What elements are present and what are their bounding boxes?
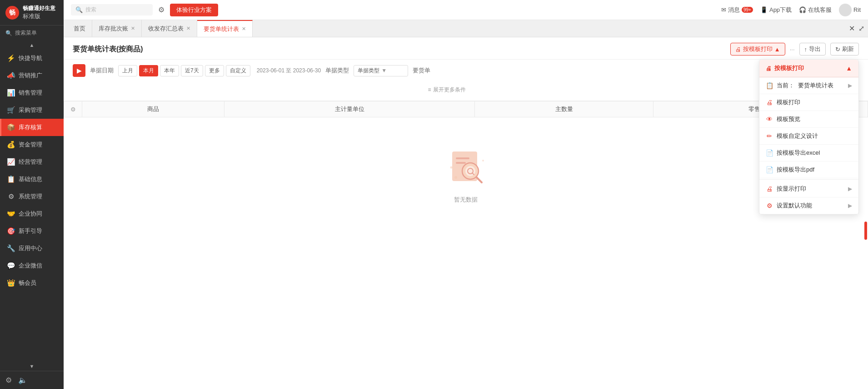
- dropdown-close-icon[interactable]: ▲: [846, 65, 852, 72]
- app-name-text: 畅赚通好生意 标准版: [23, 5, 55, 20]
- sidebar-logo: 畅 畅赚通好生意 标准版: [0, 0, 64, 25]
- right-scrollbar[interactable]: [864, 212, 867, 249]
- sales-icon: 📊: [7, 89, 15, 97]
- order-type-select[interactable]: 单据类型 ▼: [354, 65, 408, 76]
- enterprise-wx-icon: 💬: [7, 262, 15, 270]
- filter-row-1: ▶ 单据日期 上月 本月 本年 近7天 更多 自定义 2023-06-01 至 …: [73, 64, 859, 77]
- dropdown-divider: [759, 179, 858, 180]
- template-print-icon: 🖨: [766, 99, 773, 106]
- settings-bottom-icon[interactable]: ⚙: [5, 376, 12, 384]
- dropdown-current-template[interactable]: 📋 当前： 要货单统计表 ▶: [759, 77, 858, 94]
- expand-more-btn[interactable]: ≡ 展开更多条件: [428, 86, 465, 94]
- sidebar-item-purchase[interactable]: 🛒 采购管理: [0, 101, 64, 119]
- sidebar-item-finance[interactable]: 💰 资金管理: [0, 136, 64, 153]
- print-template-button[interactable]: 🖨 按模板打印 ▲: [730, 43, 785, 56]
- dropdown-template-print[interactable]: 🖨 模板打印: [759, 94, 858, 111]
- export-icon: ↑: [804, 46, 808, 53]
- order-goods-label: 要货单: [413, 66, 430, 75]
- sidebar-item-marketing[interactable]: 📣 营销推广: [0, 67, 64, 84]
- date-btn-this-month[interactable]: 本月: [139, 65, 158, 76]
- messages-badge: 99+: [742, 7, 753, 13]
- window-close-icon[interactable]: ✕: [849, 24, 855, 33]
- more-options-icon[interactable]: ···: [790, 46, 795, 53]
- expand-filter-icon[interactable]: ▶: [73, 64, 85, 77]
- tab-close-inventory-batch[interactable]: ✕: [131, 25, 135, 31]
- sidebar-bottom: ⚙ 🔈: [0, 371, 64, 389]
- sidebar-item-guide[interactable]: 🎯 新手引导: [0, 222, 64, 240]
- quick-nav-icon: ⚡: [7, 54, 15, 62]
- date-btn-this-year[interactable]: 本年: [160, 65, 179, 76]
- svg-point-9: [450, 167, 453, 169]
- template-custom-icon: ✏: [766, 132, 773, 140]
- svg-point-10: [482, 160, 484, 162]
- messages-btn[interactable]: ✉ 消息 99+: [721, 6, 753, 14]
- sidebar-item-member[interactable]: 👑 畅会员: [0, 274, 64, 292]
- dropdown-display-print[interactable]: 🖨 按显示打印 ▶: [759, 181, 858, 197]
- date-range-display: 2023-06-01 至 2023-06-30: [257, 67, 321, 75]
- col-goods: 商品: [82, 101, 224, 117]
- tab-receipt-summary[interactable]: 收发存汇总表 ✕: [142, 20, 197, 37]
- svg-point-8: [454, 176, 457, 179]
- empty-icon: [443, 145, 489, 190]
- date-btn-7days[interactable]: 近7天: [181, 65, 203, 76]
- printer-icon: 🖨: [735, 46, 741, 53]
- print-dropdown-popup: 🖨 按模板打印 ▲ 📋 当前： 要货单统计表 ▶: [759, 59, 859, 215]
- sound-icon[interactable]: 🔈: [18, 376, 27, 384]
- order-type-arrow: ▼: [381, 67, 387, 74]
- tab-home[interactable]: 首页: [67, 20, 92, 37]
- col-settings[interactable]: ⚙: [64, 101, 82, 117]
- sidebar-search[interactable]: 🔍 搜索菜单: [0, 25, 64, 40]
- search-icon: 🔍: [5, 30, 12, 36]
- date-btn-last-month[interactable]: 上月: [118, 65, 137, 76]
- window-maximize-icon[interactable]: ⤢: [858, 24, 864, 33]
- marketing-icon: 📣: [7, 71, 15, 80]
- table-settings-icon[interactable]: ⚙: [70, 106, 76, 113]
- tab-close-receipt-summary[interactable]: ✕: [186, 25, 190, 31]
- page-title: 要货单统计表(按商品): [73, 45, 143, 54]
- topbar-settings-icon[interactable]: ⚙: [158, 5, 165, 14]
- member-icon: 👑: [7, 279, 15, 287]
- main-area: 🔍 搜索 ⚙ 体验行业方案 ✉ 消息 99+ 📱 App下载 🎧 在线客服 Ri…: [64, 0, 868, 389]
- sidebar-item-app-center[interactable]: 🔧 应用中心: [0, 240, 64, 257]
- sidebar-item-basics[interactable]: 📋 基础信息: [0, 171, 64, 188]
- display-print-arrow: ▶: [848, 186, 852, 192]
- trial-button[interactable]: 体验行业方案: [170, 4, 218, 16]
- sidebar-scroll-up[interactable]: ▲: [29, 41, 35, 49]
- dropdown-template-pdf[interactable]: 📄 按模板导出pdf: [759, 162, 858, 178]
- phone-icon: 📱: [760, 6, 768, 13]
- basics-icon: 📋: [7, 175, 15, 183]
- empty-text: 暂无数据: [454, 196, 478, 204]
- app-center-icon: 🔧: [7, 244, 15, 253]
- tab-close-order-stats[interactable]: ✕: [242, 26, 246, 32]
- sidebar-item-enterprise[interactable]: 🤝 企业协同: [0, 205, 64, 222]
- refresh-button[interactable]: ↻ 刷新: [830, 43, 859, 56]
- dropdown-template-preview[interactable]: 👁 模板预览: [759, 111, 858, 128]
- app-download-btn[interactable]: 📱 App下载: [760, 6, 792, 14]
- chevron-right-icon: ▶: [848, 82, 852, 89]
- tab-inventory-batch[interactable]: 库存批次账 ✕: [92, 20, 142, 37]
- sidebar-scroll-down[interactable]: ▼: [29, 363, 35, 370]
- order-type-label: 单据类型: [325, 66, 349, 75]
- sidebar-item-sales[interactable]: 📊 销售管理: [0, 84, 64, 101]
- sidebar-item-operations[interactable]: 📈 经营管理: [0, 153, 64, 171]
- date-btn-more[interactable]: 更多: [205, 65, 224, 76]
- date-btn-custom[interactable]: 自定义: [226, 65, 250, 76]
- topbar-search[interactable]: 🔍 搜索: [71, 4, 153, 15]
- tab-order-stats[interactable]: 要货单统计表 ✕: [197, 20, 253, 37]
- svg-rect-2: [456, 162, 466, 164]
- user-avatar[interactable]: Rit: [839, 4, 861, 16]
- col-quantity: 主数量: [475, 101, 653, 117]
- system-icon: ⚙: [7, 192, 15, 201]
- export-button[interactable]: ↑ 导出: [799, 43, 826, 56]
- page-header: 要货单统计表(按商品) 🖨 按模板打印 ▲ ··· ↑ 导出 ↻ 刷新: [64, 37, 868, 60]
- dropdown-template-custom[interactable]: ✏ 模板自定义设计: [759, 128, 858, 145]
- date-buttons: 上月 本月 本年 近7天 更多 自定义: [118, 65, 250, 76]
- sidebar-item-enterprise-wx[interactable]: 💬 企业微信: [0, 257, 64, 274]
- dropdown-template-excel[interactable]: 📄 按模板导出excel: [759, 145, 858, 162]
- refresh-icon: ↻: [835, 46, 840, 53]
- dropdown-set-default[interactable]: ⚙ 设置默认功能 ▶: [759, 197, 858, 214]
- sidebar-item-inventory[interactable]: 📦 库存核算: [0, 119, 64, 136]
- online-service-btn[interactable]: 🎧 在线客服: [799, 6, 832, 14]
- sidebar-item-system[interactable]: ⚙ 系统管理: [0, 188, 64, 205]
- sidebar-item-quick-nav[interactable]: ⚡ 快捷导航: [0, 50, 64, 67]
